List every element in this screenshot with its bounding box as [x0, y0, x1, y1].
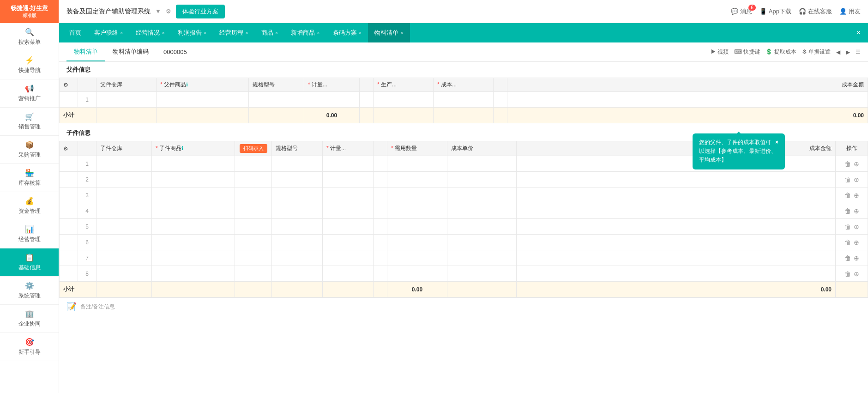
sidebar-item-marketing[interactable]: 📢 营销推广 [0, 79, 59, 108]
child-row5-delete-icon[interactable]: 🗑 [844, 223, 851, 230]
child-row1-unit[interactable] [323, 156, 374, 172]
child-row3-copy-icon[interactable]: ⊕ [854, 192, 859, 199]
child-row7-spec[interactable] [272, 250, 323, 266]
child-row8-spec[interactable] [272, 266, 323, 282]
child-row4-copy-icon[interactable]: ⊕ [854, 207, 859, 215]
user-btn[interactable]: 👤 用友 [839, 7, 861, 16]
child-row2-qty[interactable] [387, 172, 447, 187]
view-btn[interactable]: ▶ 视频 [711, 48, 729, 56]
child-row2-unit[interactable] [323, 172, 374, 187]
parent-row1-unit[interactable] [304, 92, 360, 108]
sidebar-item-quick-nav[interactable]: ⚡ 快捷导航 [0, 51, 59, 79]
child-row1-warehouse[interactable] [96, 156, 152, 172]
child-row1-product[interactable] [152, 156, 235, 172]
sidebar-item-purchase[interactable]: 📦 采购管理 [0, 136, 59, 164]
parent-row1-warehouse[interactable] [96, 92, 157, 108]
child-row4-qty[interactable] [387, 203, 447, 219]
sidebar-item-system[interactable]: ⚙️ 系统管理 [0, 277, 59, 305]
child-row8-unit-cost[interactable] [447, 266, 517, 282]
child-row8-copy-icon[interactable]: ⊕ [854, 270, 859, 278]
tab-bom[interactable]: 物料清单 × [368, 23, 410, 42]
child-row5-unit[interactable] [323, 219, 374, 235]
parent-row1-cost[interactable] [434, 92, 494, 108]
tooltip-close-btn[interactable]: × [775, 138, 778, 147]
child-row6-product[interactable] [152, 235, 235, 250]
settings-btn[interactable]: ⚙ 单据设置 [802, 48, 831, 56]
close-all-tabs[interactable]: × [853, 27, 864, 39]
child-row6-warehouse[interactable] [96, 235, 152, 250]
child-row2-delete-icon[interactable]: 🗑 [844, 176, 851, 183]
tab-home[interactable]: 首页 [63, 23, 88, 42]
child-row7-qty[interactable] [387, 250, 447, 266]
child-col-settings[interactable]: ⚙ [60, 141, 78, 156]
child-row2-copy-icon[interactable]: ⊕ [854, 176, 859, 183]
tab-new-product[interactable]: 新增商品 × [284, 23, 326, 42]
child-row7-copy-icon[interactable]: ⊕ [854, 254, 859, 262]
child-row4-delete-icon[interactable]: 🗑 [844, 207, 851, 215]
tab-product[interactable]: 商品 × [255, 23, 284, 42]
sidebar-item-inventory[interactable]: 🏪 库存核算 [0, 164, 59, 192]
child-row8-product[interactable] [152, 266, 235, 282]
child-row1-unit-cost[interactable] [447, 156, 517, 172]
child-row2-warehouse[interactable] [96, 172, 152, 187]
child-row4-unit-cost[interactable] [447, 203, 517, 219]
tab-profit[interactable]: 利润报告 × [171, 23, 213, 42]
parent-row1-spec[interactable] [249, 92, 304, 108]
child-row3-spec[interactable] [272, 187, 323, 203]
child-row5-copy-icon[interactable]: ⊕ [854, 223, 859, 230]
sidebar-item-guide[interactable]: 🎯 新手引导 [0, 333, 59, 361]
parent-row1-product[interactable] [157, 92, 249, 108]
child-row3-product[interactable] [152, 187, 235, 203]
sidebar-item-sales[interactable]: 🛒 销售管理 [0, 108, 59, 136]
child-row3-unit-cost[interactable] [447, 187, 517, 203]
tab-new-product-close[interactable]: × [317, 30, 319, 36]
child-row3-warehouse[interactable] [96, 187, 152, 203]
child-row5-spec[interactable] [272, 219, 323, 235]
parent-col-settings[interactable]: ⚙ [60, 78, 78, 92]
sidebar-item-basic-info[interactable]: 📋 基础信息 [0, 248, 59, 277]
child-row1-qty[interactable] [387, 156, 447, 172]
child-row2-unit-cost[interactable] [447, 172, 517, 187]
child-row2-spec[interactable] [272, 172, 323, 187]
app-download-btn[interactable]: 📱 App下载 [760, 7, 791, 16]
dropdown-icon[interactable]: ▼ [155, 8, 161, 15]
tab-history-close[interactable]: × [245, 30, 248, 36]
child-row6-delete-icon[interactable]: 🗑 [844, 239, 851, 246]
settings-icon[interactable]: ⚙ [166, 8, 171, 15]
tab-history[interactable]: 经营历程 × [213, 23, 254, 42]
child-row3-qty[interactable] [387, 187, 447, 203]
child-row7-unit[interactable] [323, 250, 374, 266]
child-col-scan[interactable]: 扫码录入 [235, 141, 272, 156]
child-row4-product[interactable] [152, 203, 235, 219]
nav-next-btn[interactable]: ▶ [846, 49, 850, 55]
parent-row1-production[interactable] [374, 92, 434, 108]
tab-customer-close[interactable]: × [120, 30, 123, 36]
child-row4-warehouse[interactable] [96, 203, 152, 219]
child-row7-product[interactable] [152, 250, 235, 266]
child-row5-warehouse[interactable] [96, 219, 152, 235]
child-row2-product[interactable] [152, 172, 235, 187]
sidebar-item-finance[interactable]: 💰 资金管理 [0, 192, 59, 220]
sidebar-item-enterprise[interactable]: 🏢 企业协同 [0, 305, 59, 333]
trial-button[interactable]: 体验行业方案 [176, 5, 225, 18]
online-support-btn[interactable]: 🎧 在线客服 [799, 7, 832, 16]
child-row3-delete-icon[interactable]: 🗑 [844, 192, 851, 199]
sub-tab-bom-list[interactable]: 物料清单 [66, 42, 105, 61]
tab-customer[interactable]: 客户联络 × [88, 23, 129, 42]
tab-barcode-close[interactable]: × [359, 30, 362, 36]
child-row5-unit-cost[interactable] [447, 219, 517, 235]
child-row7-warehouse[interactable] [96, 250, 152, 266]
child-row1-delete-icon[interactable]: 🗑 [844, 160, 851, 168]
child-row7-delete-icon[interactable]: 🗑 [844, 254, 851, 262]
child-row8-qty[interactable] [387, 266, 447, 282]
child-row6-unit-cost[interactable] [447, 235, 517, 250]
nav-list-btn[interactable]: ☰ [856, 49, 861, 55]
tab-operation-close[interactable]: × [162, 30, 164, 36]
shortcut-btn[interactable]: ⌨ 快捷键 [734, 48, 760, 56]
child-row4-unit[interactable] [323, 203, 374, 219]
scan-input-btn[interactable]: 扫码录入 [240, 144, 267, 153]
tab-operation[interactable]: 经营情况 × [129, 23, 171, 42]
child-row6-copy-icon[interactable]: ⊕ [854, 239, 859, 246]
tab-profit-close[interactable]: × [204, 30, 206, 36]
child-row3-unit[interactable] [323, 187, 374, 203]
